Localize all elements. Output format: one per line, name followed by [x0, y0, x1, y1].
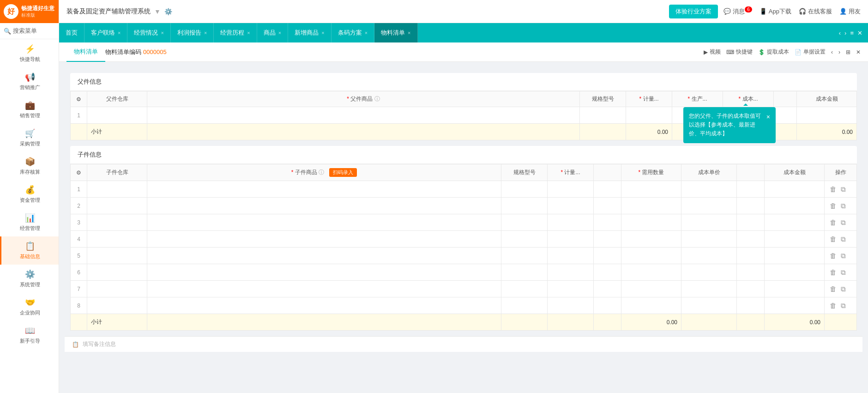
parent-row-1-product[interactable]	[147, 107, 580, 124]
page-tab-bom[interactable]: 物料清单	[66, 42, 105, 62]
settings-icon[interactable]: ⚙️	[164, 8, 172, 15]
tab-home[interactable]: 首页	[59, 23, 84, 42]
child-row-2: 2 🗑 ⧉	[71, 198, 857, 214]
tab-new-product-close[interactable]: ×	[321, 30, 324, 36]
sidebar-item-basic-info[interactable]: 📋 基础信息	[0, 236, 59, 265]
extract-cost-action[interactable]: 💲 提取成本	[758, 48, 789, 56]
nav-right-icon[interactable]: ›	[838, 49, 840, 55]
copy-row-1-btn[interactable]: ⧉	[841, 185, 846, 193]
sidebar-item-quick-nav[interactable]: ⚡ 快捷导航	[0, 39, 59, 67]
nav-next-icon[interactable]: ›	[844, 30, 846, 36]
user-action[interactable]: 👤 用友	[839, 7, 861, 16]
parent-row-1-warehouse[interactable]	[87, 107, 147, 124]
nav-menu-icon[interactable]: ≡	[850, 30, 854, 36]
copy-row-4-btn[interactable]: ⧉	[841, 235, 846, 243]
sidebar-item-inventory[interactable]: 📦 库存核算	[0, 152, 59, 180]
sidebar-item-guide[interactable]: 📖 新手引导	[0, 321, 59, 349]
copy-row-8-btn[interactable]: ⧉	[841, 302, 846, 309]
parent-col-spec: 规格型号	[580, 91, 626, 107]
tab-operation-close[interactable]: ×	[161, 30, 163, 36]
child-row-1-unit[interactable]	[548, 181, 594, 198]
nav-prev-icon[interactable]: ‹	[839, 30, 841, 36]
sidebar-item-purchase[interactable]: 🛒 采购管理	[0, 124, 59, 152]
extract-icon: 💲	[758, 49, 765, 55]
search-menu[interactable]: 🔍 搜索菜单	[0, 23, 59, 39]
video-icon: ▶	[704, 49, 708, 55]
grid-icon[interactable]: ⊞	[846, 49, 850, 55]
footer-text[interactable]: 填写备注信息	[83, 340, 116, 348]
app-download-action[interactable]: 📱 App下载	[760, 7, 791, 16]
purchase-icon: 🛒	[25, 128, 35, 139]
delete-row-4-btn[interactable]: 🗑	[830, 235, 837, 243]
parent-row-1-spec[interactable]	[580, 107, 626, 124]
tab-barcode-close[interactable]: ×	[365, 30, 368, 36]
copy-row-3-btn[interactable]: ⧉	[841, 218, 846, 226]
child-row-1-need[interactable]	[621, 181, 681, 198]
child-info-section: 子件信息 ⚙ 子件仓库 * 子件商品 ⓘ 扫码录入 规格型号	[70, 146, 857, 331]
trial-btn[interactable]: 体验行业方案	[669, 5, 718, 18]
delete-row-2-btn[interactable]: 🗑	[830, 202, 837, 210]
nav-tabs-end: ‹ › ≡ ✕	[837, 30, 868, 36]
sidebar-item-finance[interactable]: 💰 资金管理	[0, 180, 59, 208]
sidebar-item-sales[interactable]: 💼 销售管理	[0, 96, 59, 124]
online-service-action[interactable]: 🎧 在线客服	[799, 7, 832, 16]
delete-row-3-btn[interactable]: 🗑	[830, 218, 837, 226]
close-page-icon[interactable]: ✕	[856, 49, 861, 55]
child-row-1-product[interactable]	[147, 181, 501, 198]
tooltip-close[interactable]: ×	[766, 112, 770, 122]
message-action[interactable]: 💬 消息 6	[723, 7, 752, 16]
child-subtotal-label: 小计	[87, 314, 147, 331]
guide-icon: 📖	[25, 326, 35, 336]
scan-button[interactable]: 扫码录入	[329, 168, 357, 177]
tab-bom[interactable]: 物料清单 ×	[374, 23, 417, 42]
child-row-1-warehouse[interactable]	[87, 181, 147, 198]
tab-operation[interactable]: 经营情况 ×	[127, 23, 170, 42]
page-header: 物料清单 物料清单编码 0000005 ▶ 视频 ⌨ 快捷键 💲 提取成本	[59, 42, 868, 62]
sidebar-item-system[interactable]: ⚙️ 系统管理	[0, 265, 59, 293]
tab-products-label: 商品	[264, 29, 276, 37]
nav-left-icon[interactable]: ‹	[831, 49, 833, 55]
search-icon: 🔍	[4, 28, 11, 35]
shortcut-action[interactable]: ⌨ 快捷键	[726, 48, 753, 56]
operations-icon: 📊	[25, 213, 35, 223]
tab-new-product[interactable]: 新增商品 ×	[288, 23, 331, 42]
single-settings-icon: 📄	[795, 49, 802, 55]
tab-products-close[interactable]: ×	[278, 30, 281, 36]
delete-row-1-btn[interactable]: 🗑	[830, 185, 837, 193]
parent-col-unit: * 计量...	[626, 91, 672, 107]
single-settings-action[interactable]: 📄 单据设置	[795, 48, 826, 56]
delete-row-6-btn[interactable]: 🗑	[830, 268, 837, 276]
child-col-settings[interactable]: ⚙	[71, 164, 87, 181]
sidebar-item-operations[interactable]: 📊 经营管理	[0, 208, 59, 236]
system-icon: ⚙️	[25, 269, 35, 279]
tab-customer[interactable]: 客户联络 ×	[84, 23, 127, 42]
tab-bom-label: 物料清单	[381, 29, 405, 37]
video-action[interactable]: ▶ 视频	[704, 48, 721, 56]
tab-history[interactable]: 经营历程 ×	[214, 23, 257, 42]
copy-row-7-btn[interactable]: ⧉	[841, 285, 846, 293]
sidebar-item-cooperation[interactable]: 🤝 企业协同	[0, 293, 59, 321]
tab-products[interactable]: 商品 ×	[257, 23, 288, 42]
tab-customer-close[interactable]: ×	[118, 30, 121, 36]
child-row-6: 6 🗑 ⧉	[71, 264, 857, 281]
tab-profit-close[interactable]: ×	[204, 30, 207, 36]
child-row-1-cost-price[interactable]	[681, 181, 737, 198]
tab-home-label: 首页	[66, 29, 78, 37]
copy-row-6-btn[interactable]: ⧉	[841, 268, 846, 276]
parent-col-settings[interactable]: ⚙	[71, 91, 87, 107]
tab-profit[interactable]: 利润报告 ×	[171, 23, 214, 42]
parent-row-1-unit[interactable]	[626, 107, 672, 124]
copy-row-2-btn[interactable]: ⧉	[841, 202, 846, 210]
sidebar-item-marketing[interactable]: 📢 营销推广	[0, 67, 59, 96]
tab-history-close[interactable]: ×	[247, 30, 250, 36]
child-row-1-spec[interactable]	[501, 181, 548, 198]
logo-text: 畅捷通好生意 标准版	[21, 5, 54, 18]
delete-row-5-btn[interactable]: 🗑	[830, 252, 837, 260]
copy-row-5-btn[interactable]: ⧉	[841, 252, 846, 260]
delete-row-7-btn[interactable]: 🗑	[830, 285, 837, 293]
tab-bom-close[interactable]: ×	[408, 30, 410, 36]
delete-row-8-btn[interactable]: 🗑	[830, 302, 837, 309]
tab-barcode[interactable]: 条码方案 ×	[332, 23, 374, 42]
nav-close-all-icon[interactable]: ✕	[857, 30, 862, 36]
parent-subtotal-empty	[71, 124, 87, 140]
